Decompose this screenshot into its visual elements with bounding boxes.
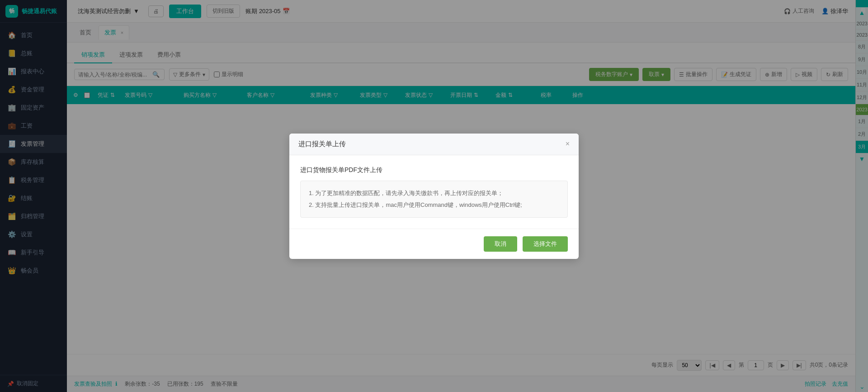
modal-cancel-button[interactable]: 取消: [484, 236, 517, 252]
modal-info-box: 1. 为了更加精准的数据匹配，请先录入海关缴款书，再上传对应的报关单； 2. 支…: [300, 181, 568, 218]
modal-body: 进口货物报关单PDF文件上传 1. 为了更加精准的数据匹配，请先录入海关缴款书，…: [289, 155, 579, 229]
modal-title: 进口报关单上传: [298, 140, 346, 148]
modal-info-item-2: 2. 支持批量上传进口报关单，mac用户使用Command键，windows用户…: [309, 199, 559, 211]
import-customs-modal: 进口报关单上传 × 进口货物报关单PDF文件上传 1. 为了更加精准的数据匹配，…: [289, 134, 579, 259]
modal-close-button[interactable]: ×: [566, 140, 570, 148]
modal-overlay[interactable]: 进口报关单上传 × 进口货物报关单PDF文件上传 1. 为了更加精准的数据匹配，…: [0, 0, 868, 392]
modal-info-item-1: 1. 为了更加精准的数据匹配，请先录入海关缴款书，再上传对应的报关单；: [309, 187, 559, 199]
modal-confirm-button[interactable]: 选择文件: [523, 236, 568, 252]
modal-header: 进口报关单上传 ×: [289, 134, 579, 155]
modal-section-title: 进口货物报关单PDF文件上传: [300, 166, 568, 174]
modal-footer: 取消 选择文件: [289, 229, 579, 259]
